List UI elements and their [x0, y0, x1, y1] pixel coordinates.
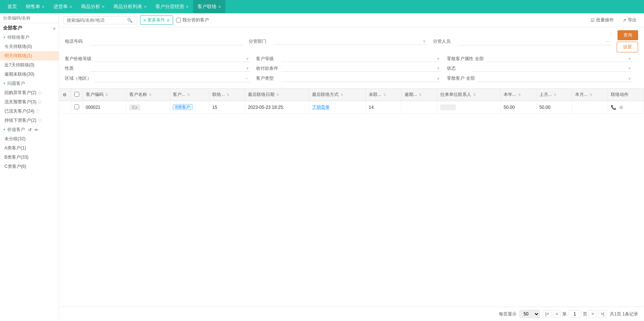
query-btn[interactable]: 查询 — [617, 30, 638, 40]
nav-home[interactable]: 首页 — [3, 0, 21, 13]
sidebar-item-churned[interactable]: 已流失客户(24) ⓘ — [0, 107, 59, 116]
th-checkbox[interactable] — [71, 89, 83, 101]
sidebar-item-7days-pending[interactable]: 近7天待联络(0) — [0, 61, 59, 70]
info-icon-1[interactable]: ⓘ — [38, 90, 42, 96]
more-conditions-btn[interactable]: ≡ 更多条件 ∧ — [140, 15, 173, 25]
th-last-month[interactable]: 上月... ⇅ — [536, 89, 572, 101]
first-page-btn[interactable]: |< — [543, 310, 552, 318]
dots-icon-person: ··· — [606, 39, 609, 44]
sidebar-item-ungrouped[interactable]: 未分组(32) — [0, 134, 59, 144]
action-phone-icon[interactable]: 📞 — [611, 105, 616, 110]
filter-select-cust-grade[interactable]: ∨ — [281, 55, 441, 62]
td-overdue — [401, 101, 437, 114]
info-icon-4[interactable]: ⓘ — [38, 118, 42, 123]
refresh-icon[interactable]: ↺ — [28, 127, 32, 132]
filter-input-phone[interactable] — [90, 38, 243, 45]
batch-ops-icon: ☑ — [591, 18, 595, 23]
sidebar-search-input[interactable] — [3, 15, 58, 21]
table-row: 000021 Ea B类客户 15 2023-05-23 18:25: 下销货单… — [59, 101, 644, 114]
nav-close-analysis[interactable]: ✕ — [102, 5, 105, 9]
nav-customer-tier[interactable]: 客户分层经营 ✕ — [151, 0, 193, 13]
nav-close-customer-tier[interactable]: ✕ — [186, 5, 189, 9]
chevron-down-icon-price: ∨ — [246, 56, 249, 61]
chevron-down-icon-nature: ∨ — [246, 66, 249, 70]
th-uncontacted[interactable]: 未联... ⇅ — [365, 89, 401, 101]
nav-close-analysis-table[interactable]: ✕ — [144, 5, 147, 9]
nav-analysis-table[interactable]: 商品分析列表 ✕ — [109, 0, 151, 13]
set-btn[interactable]: 设置 — [617, 42, 638, 52]
edit-icon[interactable]: ✏ — [35, 127, 38, 132]
sidebar-all-customers[interactable]: 全部客户 « — [0, 23, 59, 33]
sidebar-item-today-pending[interactable]: 今天待联络(0) — [0, 42, 59, 51]
chevron-down-icon-status: ∨ — [628, 66, 631, 70]
th-last-date[interactable]: 最后联络日期 ⇅ — [245, 89, 309, 101]
next-page-btn[interactable]: > — [589, 310, 596, 318]
sidebar-item-class-c[interactable]: C类客户(6) — [0, 162, 59, 171]
my-customers-check[interactable] — [176, 18, 181, 23]
td-checkbox[interactable] — [71, 101, 83, 114]
filter-label-price-grade: 客户价格等级 — [65, 56, 91, 62]
th-settings[interactable]: ⚙ — [59, 89, 71, 101]
filter-label-person: 分管人员 — [433, 38, 455, 45]
th-code[interactable]: 客户编码 ⇅ — [83, 89, 126, 101]
sidebar-item-churn-warning[interactable]: 流失预警客户(3) ⓘ — [0, 97, 59, 107]
my-customers-checkbox[interactable]: 我分管的客户 — [176, 17, 209, 23]
th-name[interactable]: 客户名称 ⇅ — [126, 89, 169, 101]
sidebar-item-class-a[interactable]: A类客户(1) — [0, 144, 59, 153]
chevron-down-icon-payment: ∨ — [437, 66, 440, 70]
filter-select-status[interactable]: ∨ — [472, 65, 632, 72]
th-overdue[interactable]: 逾期... ⇅ — [401, 89, 437, 101]
sidebar-group-pending: ▼ 待联络客户 — [0, 33, 59, 42]
last-page-btn[interactable]: >| — [598, 310, 607, 318]
page-input[interactable] — [568, 310, 581, 318]
filter-select-retail-attr[interactable]: ∨ — [487, 55, 632, 62]
sort-icon-year: ⇅ — [518, 93, 521, 97]
filter-search-input[interactable] — [67, 18, 126, 23]
td-last-method: 下销货单 — [309, 101, 365, 114]
batch-ops-btn[interactable]: ☑ 批量操作 — [588, 16, 617, 24]
th-last-method[interactable]: 最后联络方式 ⇅ — [309, 89, 365, 101]
filter-label-region: 区域（地区） — [65, 75, 91, 82]
info-icon-3[interactable]: ⓘ — [36, 109, 39, 114]
th-unit-contact[interactable]: 往来单位联系人 ⇅ — [437, 89, 500, 101]
nav-sales[interactable]: 销售单 ✕ — [21, 0, 49, 13]
filter-select-price-grade[interactable]: ∨ — [94, 55, 250, 62]
sidebar-item-tomorrow-pending[interactable]: 明天待联络(1) — [0, 51, 59, 61]
nav-close-purchase[interactable]: ✕ — [69, 5, 72, 9]
filter-search-icon[interactable]: 🔍 — [127, 18, 133, 23]
nav-analysis[interactable]: 商品分析 ✕ — [77, 0, 109, 13]
filter-select-payment[interactable]: ∨ — [281, 65, 441, 72]
td-actions: 📞 ⊞ — [608, 101, 644, 114]
sidebar-item-class-b[interactable]: B类客户(33) — [0, 153, 59, 162]
select-all-checkbox[interactable] — [74, 92, 79, 97]
nav-close-sales[interactable]: ✕ — [42, 5, 45, 9]
row-checkbox[interactable] — [74, 104, 79, 109]
nav-purchase[interactable]: 进货单 ✕ — [49, 0, 77, 13]
filter-select-dept[interactable]: ∨ — [274, 38, 427, 45]
sort-icon-code: ⇅ — [105, 93, 108, 97]
th-contact[interactable]: 联络... ⇅ — [209, 89, 245, 101]
td-contact: 15 — [209, 101, 245, 114]
filter-select-nature[interactable]: ∨ — [90, 65, 250, 72]
nav-close-customer-contact[interactable]: ✕ — [218, 5, 221, 9]
sidebar-item-repurchase-abnormal[interactable]: 回购异常客户(2) ⓘ — [0, 88, 59, 97]
sidebar-item-overdue-pending[interactable]: 逾期未联络(30) — [0, 70, 59, 79]
sidebar-item-declining[interactable]: 持续下滑客户(2) ⓘ — [0, 116, 59, 125]
th-type[interactable]: 客户... ⇅ — [169, 89, 209, 101]
prev-page-btn[interactable]: < — [553, 310, 561, 318]
filter-label-status: 状态 — [447, 65, 469, 72]
last-method-link[interactable]: 下销货单 — [312, 104, 330, 110]
filter-select-retail[interactable]: ∨ — [478, 75, 632, 82]
th-this-month[interactable]: 本月... ⇅ — [572, 89, 608, 101]
info-icon-2[interactable]: ⓘ — [38, 100, 42, 105]
filter-select-cust-type[interactable]: ∨ — [281, 75, 441, 82]
nav-customer-contact[interactable]: 客户联络 ✕ — [193, 0, 225, 13]
th-this-year[interactable]: 本年... ⇅ — [501, 89, 536, 101]
export-btn[interactable]: ↗ 导出 — [620, 16, 640, 24]
export-icon: ↗ — [623, 18, 626, 23]
sidebar-collapse-icon[interactable]: « — [53, 25, 56, 31]
per-page-select[interactable]: 50 100 200 — [519, 310, 540, 318]
action-grid-icon[interactable]: ⊞ — [619, 105, 623, 110]
filter-select-region[interactable]: ··· — [94, 75, 250, 82]
filter-select-person[interactable]: ··· — [458, 38, 611, 45]
